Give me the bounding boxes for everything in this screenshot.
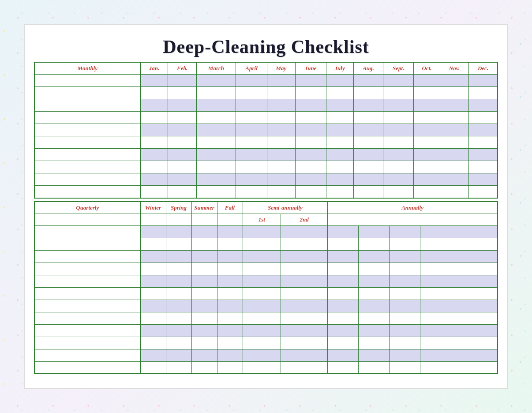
check-cell[interactable]: [140, 312, 166, 324]
check-cell[interactable]: [243, 349, 281, 361]
check-cell[interactable]: [140, 225, 166, 238]
check-cell[interactable]: [468, 112, 498, 124]
check-cell[interactable]: [295, 87, 326, 99]
check-cell[interactable]: [168, 112, 196, 124]
check-cell[interactable]: [196, 149, 236, 161]
check-cell[interactable]: [140, 99, 168, 112]
check-cell[interactable]: [451, 275, 498, 287]
check-cell[interactable]: [390, 238, 420, 250]
check-cell[interactable]: [295, 75, 326, 87]
check-cell[interactable]: [168, 75, 196, 87]
check-cell[interactable]: [383, 99, 414, 112]
check-cell[interactable]: [140, 324, 166, 337]
check-cell[interactable]: [267, 112, 296, 124]
check-cell[interactable]: [383, 161, 414, 173]
check-cell[interactable]: [328, 312, 359, 324]
check-cell[interactable]: [191, 263, 217, 275]
check-cell[interactable]: [166, 312, 191, 324]
check-cell[interactable]: [328, 238, 359, 250]
check-cell[interactable]: [267, 99, 296, 112]
check-cell[interactable]: [236, 136, 267, 149]
check-cell[interactable]: [140, 186, 168, 198]
check-cell[interactable]: [236, 161, 267, 173]
check-cell[interactable]: [440, 112, 469, 124]
check-cell[interactable]: [281, 275, 327, 287]
check-cell[interactable]: [281, 312, 327, 324]
check-cell[interactable]: [140, 87, 168, 99]
check-cell[interactable]: [281, 238, 327, 250]
check-cell[interactable]: [217, 361, 243, 374]
check-cell[interactable]: [140, 136, 168, 149]
check-cell[interactable]: [217, 349, 243, 361]
check-cell[interactable]: [140, 361, 166, 374]
check-cell[interactable]: [217, 337, 243, 349]
check-cell[interactable]: [217, 324, 243, 337]
check-cell[interactable]: [295, 124, 326, 136]
check-cell[interactable]: [328, 225, 359, 238]
check-cell[interactable]: [140, 300, 166, 312]
check-cell[interactable]: [468, 75, 498, 87]
check-cell[interactable]: [267, 87, 296, 99]
check-cell[interactable]: [191, 238, 217, 250]
check-cell[interactable]: [166, 263, 191, 275]
check-cell[interactable]: [414, 173, 440, 186]
check-cell[interactable]: [243, 287, 281, 300]
check-cell[interactable]: [383, 112, 414, 124]
check-cell[interactable]: [451, 238, 498, 250]
check-cell[interactable]: [191, 275, 217, 287]
check-cell[interactable]: [236, 112, 267, 124]
check-cell[interactable]: [353, 161, 383, 173]
check-cell[interactable]: [414, 75, 440, 87]
check-cell[interactable]: [420, 361, 451, 374]
check-cell[interactable]: [414, 99, 440, 112]
check-cell[interactable]: [420, 275, 451, 287]
check-cell[interactable]: [353, 112, 383, 124]
check-cell[interactable]: [326, 99, 353, 112]
check-cell[interactable]: [468, 161, 498, 173]
check-cell[interactable]: [414, 161, 440, 173]
check-cell[interactable]: [191, 250, 217, 263]
check-cell[interactable]: [166, 225, 191, 238]
check-cell[interactable]: [414, 186, 440, 198]
check-cell[interactable]: [140, 75, 168, 87]
check-cell[interactable]: [140, 173, 168, 186]
check-cell[interactable]: [140, 275, 166, 287]
check-cell[interactable]: [217, 238, 243, 250]
check-cell[interactable]: [168, 99, 196, 112]
check-cell[interactable]: [414, 112, 440, 124]
check-cell[interactable]: [166, 324, 191, 337]
check-cell[interactable]: [440, 87, 469, 99]
check-cell[interactable]: [328, 337, 359, 349]
check-cell[interactable]: [217, 263, 243, 275]
check-cell[interactable]: [451, 250, 498, 263]
check-cell[interactable]: [166, 275, 191, 287]
check-cell[interactable]: [281, 263, 327, 275]
check-cell[interactable]: [140, 112, 168, 124]
check-cell[interactable]: [295, 136, 326, 149]
check-cell[interactable]: [267, 186, 296, 198]
check-cell[interactable]: [166, 250, 191, 263]
check-cell[interactable]: [440, 149, 469, 161]
check-cell[interactable]: [353, 75, 383, 87]
check-cell[interactable]: [328, 361, 359, 374]
check-cell[interactable]: [295, 173, 326, 186]
check-cell[interactable]: [390, 349, 420, 361]
check-cell[interactable]: [451, 349, 498, 361]
check-cell[interactable]: [243, 263, 281, 275]
check-cell[interactable]: [217, 312, 243, 324]
check-cell[interactable]: [328, 250, 359, 263]
check-cell[interactable]: [281, 300, 327, 312]
check-cell[interactable]: [359, 263, 390, 275]
check-cell[interactable]: [468, 124, 498, 136]
check-cell[interactable]: [414, 136, 440, 149]
check-cell[interactable]: [281, 250, 327, 263]
check-cell[interactable]: [451, 287, 498, 300]
check-cell[interactable]: [243, 337, 281, 349]
check-cell[interactable]: [440, 136, 469, 149]
check-cell[interactable]: [236, 75, 267, 87]
check-cell[interactable]: [468, 99, 498, 112]
check-cell[interactable]: [468, 87, 498, 99]
check-cell[interactable]: [243, 225, 281, 238]
check-cell[interactable]: [140, 124, 168, 136]
check-cell[interactable]: [140, 337, 166, 349]
